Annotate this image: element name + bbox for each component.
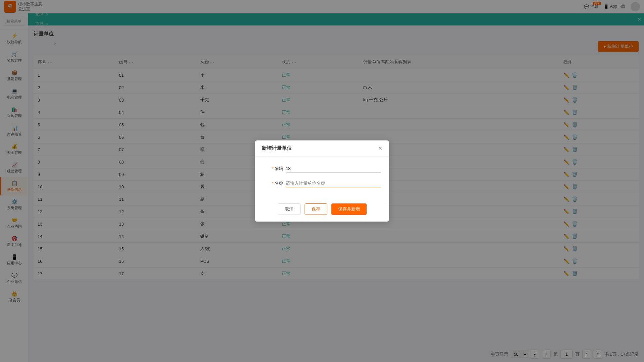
add-unit-modal: 新增计量单位 ✕ *编码 *名称 取消 保存 保存并新增 <box>255 140 389 222</box>
modal-overlay[interactable]: 新增计量单位 ✕ *编码 *名称 取消 保存 保存并新增 <box>0 0 644 362</box>
modal-footer: 取消 保存 保存并新增 <box>255 199 389 222</box>
modal-body: *编码 *名称 <box>255 157 389 199</box>
modal-header: 新增计量单位 ✕ <box>255 140 389 157</box>
save-and-new-button[interactable]: 保存并新增 <box>331 203 367 215</box>
save-button[interactable]: 保存 <box>305 203 327 215</box>
modal-title: 新增计量单位 <box>262 145 292 152</box>
modal-close-btn[interactable]: ✕ <box>378 145 382 152</box>
cancel-button[interactable]: 取消 <box>278 203 301 215</box>
code-input[interactable] <box>286 165 381 173</box>
name-label: *名称 <box>263 180 283 186</box>
name-form-item: *名称 <box>263 179 381 187</box>
code-form-item: *编码 <box>263 165 381 173</box>
name-input[interactable] <box>286 179 381 187</box>
code-label: *编码 <box>263 166 283 172</box>
